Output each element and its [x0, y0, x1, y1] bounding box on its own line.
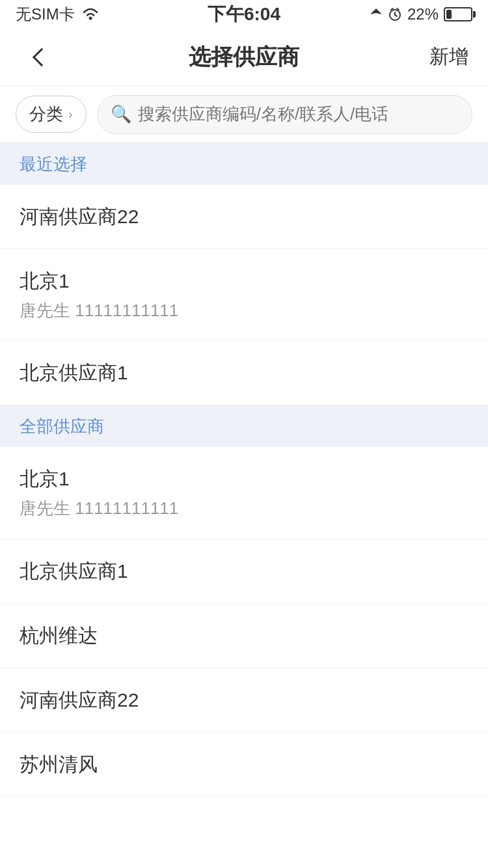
all-section-header: 全部供应商: [0, 405, 488, 447]
all-list: 北京1唐先生 11111111111北京供应商1杭州维达河南供应商22苏州清风: [0, 447, 488, 796]
list-item[interactable]: 苏州清风: [0, 733, 488, 797]
search-box[interactable]: 🔍: [97, 95, 472, 134]
recent-section-header: 最近选择: [0, 143, 488, 185]
list-item[interactable]: 北京1唐先生 11111111111: [0, 447, 488, 539]
location-icon: [370, 8, 383, 21]
svg-point-0: [88, 17, 92, 20]
item-name: 北京供应商1: [20, 359, 468, 387]
page-title: 选择供应商: [189, 42, 299, 72]
nav-bar: 选择供应商 新增: [0, 29, 488, 86]
recent-list: 河南供应商22北京1唐先生 11111111111北京供应商1: [0, 185, 488, 405]
add-button[interactable]: 新增: [429, 44, 468, 70]
recent-section-label: 最近选择: [20, 153, 87, 176]
item-name: 杭州维达: [20, 622, 468, 649]
search-input[interactable]: [138, 104, 459, 124]
item-name: 北京供应商1: [20, 558, 468, 585]
status-left: 无SIM卡: [16, 4, 100, 25]
back-arrow-icon: [33, 47, 51, 66]
list-item[interactable]: 河南供应商22: [0, 185, 488, 249]
battery-fill: [446, 10, 452, 19]
carrier-text: 无SIM卡: [16, 4, 75, 25]
list-item[interactable]: 河南供应商22: [0, 668, 488, 733]
status-right: 22%: [370, 5, 472, 23]
item-sub: 唐先生 11111111111: [20, 299, 468, 322]
wifi-icon: [81, 8, 100, 21]
item-name: 河南供应商22: [20, 686, 468, 714]
all-section-label: 全部供应商: [20, 415, 104, 438]
status-bar: 无SIM卡 下午6:04 22%: [0, 0, 488, 29]
item-name: 苏州清风: [20, 751, 468, 778]
category-button[interactable]: 分类 ›: [16, 96, 87, 133]
item-name: 北京1: [20, 267, 468, 295]
list-item[interactable]: 北京供应商1: [0, 539, 488, 604]
filter-bar: 分类 › 🔍: [0, 86, 488, 143]
list-item[interactable]: 北京供应商1: [0, 341, 488, 405]
list-item[interactable]: 北京1唐先生 11111111111: [0, 249, 488, 341]
chevron-right-icon: ›: [68, 107, 73, 122]
svg-line-3: [395, 15, 397, 16]
item-sub: 唐先生 11111111111: [20, 496, 468, 520]
category-label: 分类: [29, 103, 63, 126]
battery-icon: [444, 7, 472, 21]
search-icon: 🔍: [111, 104, 131, 124]
alarm-icon: [388, 7, 402, 21]
list-item[interactable]: 杭州维达: [0, 604, 488, 668]
back-button[interactable]: [20, 38, 59, 77]
item-name: 河南供应商22: [20, 203, 468, 230]
status-time: 下午6:04: [208, 2, 280, 27]
item-name: 北京1: [20, 465, 468, 493]
battery-percent: 22%: [407, 5, 439, 23]
